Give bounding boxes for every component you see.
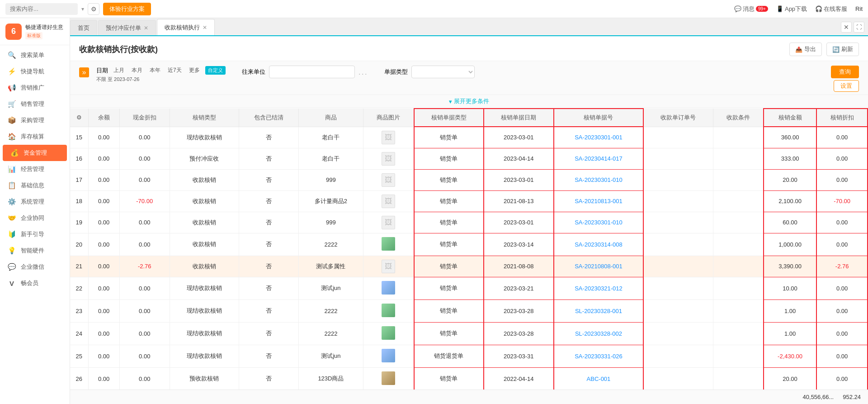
tab-home[interactable]: 首页 bbox=[70, 20, 97, 35]
date-option-more[interactable]: 更多 bbox=[187, 66, 202, 75]
window-maximize-btn[interactable]: ⛶ bbox=[854, 22, 864, 33]
date-option-prev-month[interactable]: 上月 bbox=[112, 66, 126, 75]
sidebar-item-quick[interactable]: ⚡ 快捷导航 bbox=[0, 63, 70, 80]
cell-balance: 0.00 bbox=[88, 148, 119, 169]
slip-no-link[interactable]: SA-20230314-008 bbox=[575, 241, 623, 248]
cell-product: 2222 bbox=[298, 233, 363, 256]
sidebar-item-search[interactable]: 🔍 搜索菜单 bbox=[0, 47, 70, 63]
cell-receipt-order-no bbox=[643, 322, 713, 345]
slip-type-select[interactable] bbox=[411, 66, 475, 78]
cell-cash-discount: 0.00 bbox=[119, 367, 170, 390]
cell-payment-terms bbox=[713, 277, 764, 299]
slip-no-link[interactable]: SA-20210808-001 bbox=[575, 263, 623, 270]
export-btn[interactable]: 📤 导出 bbox=[789, 43, 822, 56]
cell-verify-slip-no[interactable]: SA-20230301-001 bbox=[554, 127, 644, 148]
slip-no-link[interactable]: SA-20230414-017 bbox=[575, 155, 623, 162]
slip-no-link[interactable]: SL-20230328-001 bbox=[575, 308, 622, 314]
cell-verify-slip-no[interactable]: SA-20230301-010 bbox=[554, 169, 644, 190]
sidebar-item-member[interactable]: V 畅会员 bbox=[0, 275, 70, 291]
slip-no-link[interactable]: SA-20210813-001 bbox=[575, 198, 623, 204]
cell-payment-terms bbox=[713, 233, 764, 256]
cell-receipt-order-no bbox=[643, 127, 713, 148]
close-receipt-icon[interactable]: ✕ bbox=[203, 24, 207, 31]
sidebar-item-base[interactable]: 📋 基础信息 bbox=[0, 177, 70, 194]
refresh-icon: 🔄 bbox=[832, 46, 840, 53]
sidebar-item-system[interactable]: ⚙️ 系统管理 bbox=[0, 194, 70, 210]
cell-verify-slip-no[interactable]: SA-20230321-012 bbox=[554, 277, 644, 299]
tab-receipt[interactable]: 收款核销执行 ✕ bbox=[157, 19, 215, 35]
slip-no-link[interactable]: SA-20230301-010 bbox=[575, 219, 623, 226]
cell-verify-slip-no[interactable]: SA-20230301-010 bbox=[554, 212, 644, 233]
message-btn[interactable]: 💬 消息 99+ bbox=[734, 5, 768, 13]
close-prepay-icon[interactable]: ✕ bbox=[144, 25, 148, 31]
industry-btn[interactable]: 体验行业方案 bbox=[103, 3, 151, 15]
online-service-btn[interactable]: 🎧 在线客服 bbox=[815, 5, 847, 13]
sidebar-item-marketing[interactable]: 📢 营销推广 bbox=[0, 80, 70, 96]
slip-no-link[interactable]: SA-20230301-001 bbox=[575, 134, 623, 141]
sidebar-item-corp[interactable]: 🤝 企业协同 bbox=[0, 210, 70, 226]
cell-cash-discount: -70.00 bbox=[119, 190, 170, 212]
slip-no-link[interactable]: SL-20230328-002 bbox=[575, 330, 622, 337]
cell-verify-slip-no[interactable]: SA-20230414-017 bbox=[554, 148, 644, 169]
sidebar-item-guide[interactable]: 🔰 新手引导 bbox=[0, 226, 70, 242]
cell-verify-type: 现结收款核销 bbox=[170, 299, 239, 322]
gear-button[interactable]: ⚙ bbox=[88, 3, 99, 15]
clipboard-icon: 📋 bbox=[7, 181, 16, 190]
cell-verify-amount: 3,390.00 bbox=[764, 256, 816, 277]
sidebar-item-inventory[interactable]: 🏠 库存核算 bbox=[0, 128, 70, 145]
cell-cash-discount: 0.00 bbox=[119, 277, 170, 299]
cell-verify-slip-no[interactable]: SA-20230331-026 bbox=[554, 345, 644, 367]
slip-no-link[interactable]: SA-20230321-012 bbox=[575, 285, 623, 292]
cell-verify-slip-no[interactable]: SA-20210813-001 bbox=[554, 190, 644, 212]
refresh-btn[interactable]: 🔄 刷新 bbox=[826, 43, 859, 56]
cell-no: 18 bbox=[70, 190, 88, 212]
cell-verify-amount: 20.00 bbox=[764, 367, 816, 390]
cell-receipt-order-no bbox=[643, 190, 713, 212]
col-settings[interactable]: ⚙ bbox=[70, 109, 88, 127]
date-option-cur-year[interactable]: 本年 bbox=[148, 66, 162, 75]
message-icon: 💬 bbox=[734, 5, 741, 12]
cell-verify-slip-no[interactable]: SA-20210808-001 bbox=[554, 256, 644, 277]
cell-product: 老白干 bbox=[298, 148, 363, 169]
cell-verify-slip-date: 2023-03-01 bbox=[484, 212, 554, 233]
cell-verify-slip-no[interactable]: ABC-001 bbox=[554, 367, 644, 390]
window-restore-btn[interactable]: ✕ bbox=[841, 22, 852, 33]
slip-no-link[interactable]: SA-20230301-010 bbox=[575, 176, 623, 183]
date-option-cur-month[interactable]: 本月 bbox=[130, 66, 144, 75]
logo-name: 畅捷通谱好生意 bbox=[25, 24, 63, 31]
cell-no: 20 bbox=[70, 233, 88, 256]
query-btn[interactable]: 查询 bbox=[831, 66, 859, 78]
sidebar-item-purchase[interactable]: 📦 采购管理 bbox=[0, 112, 70, 128]
tab-prepay[interactable]: 预付冲应付单 ✕ bbox=[98, 20, 156, 35]
cell-payment-terms bbox=[713, 127, 764, 148]
cell-verify-slip-no[interactable]: SL-20230328-002 bbox=[554, 322, 644, 345]
cell-verify-amount: 10.00 bbox=[764, 277, 816, 299]
sidebar-item-sales[interactable]: 🛒 销售管理 bbox=[0, 96, 70, 112]
date-option-7days[interactable]: 近7天 bbox=[166, 66, 184, 75]
from-unit-input[interactable] bbox=[269, 66, 355, 78]
cell-verify-slip-date: 2021-08-08 bbox=[484, 256, 554, 277]
top-search-input[interactable] bbox=[5, 3, 78, 15]
dots-indicator: ... bbox=[359, 67, 368, 77]
slip-type-label: 单据类型 bbox=[384, 68, 408, 76]
sidebar-item-finance[interactable]: 💰 资金管理 bbox=[3, 145, 67, 161]
slip-no-link[interactable]: ABC-001 bbox=[587, 375, 611, 382]
cell-verify-slip-no[interactable]: SA-20230314-008 bbox=[554, 233, 644, 256]
cell-verify-slip-no[interactable]: SL-20230328-001 bbox=[554, 299, 644, 322]
cell-verify-type: 收款核销 bbox=[170, 212, 239, 233]
app-download-btn[interactable]: 📱 App下载 bbox=[776, 5, 807, 13]
date-option-custom[interactable]: 自定义 bbox=[205, 66, 226, 75]
cell-product: 测试jun bbox=[298, 277, 363, 299]
sidebar-item-business[interactable]: 📊 经营管理 bbox=[0, 161, 70, 177]
warehouse-icon: 🏠 bbox=[7, 133, 16, 141]
cell-cash-discount: 0.00 bbox=[119, 345, 170, 367]
cell-product: 2222 bbox=[298, 299, 363, 322]
cell-cash-discount: 0.00 bbox=[119, 148, 170, 169]
sidebar-item-hardware[interactable]: 💡 智能硬件 bbox=[0, 242, 70, 259]
sidebar-item-wechat[interactable]: 💬 企业微信 bbox=[0, 259, 70, 275]
slip-no-link[interactable]: SA-20230331-026 bbox=[575, 353, 623, 360]
expand-more-bar[interactable]: ▾ 展开更多条件 bbox=[70, 95, 868, 108]
filter-toggle-btn[interactable]: » bbox=[79, 67, 89, 77]
cell-balance: 0.00 bbox=[88, 322, 119, 345]
setting-filter-btn[interactable]: 设置 bbox=[834, 80, 859, 92]
